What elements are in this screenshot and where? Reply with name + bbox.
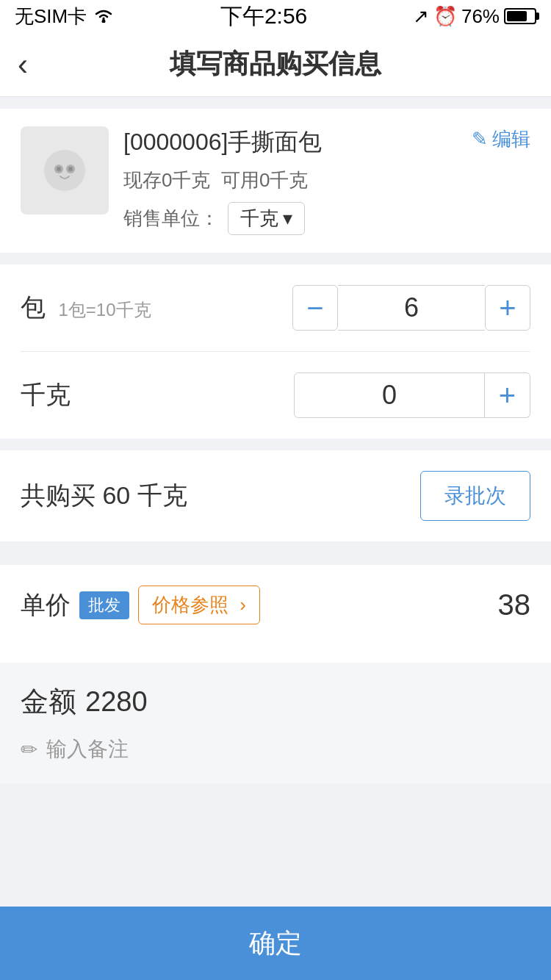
price-row: 单价 批发 价格参照 › 38 — [21, 586, 530, 624]
kg-plus-button[interactable]: + — [485, 372, 530, 418]
amount-row: 金额 2280 — [21, 683, 530, 721]
svg-point-5 — [68, 167, 73, 171]
product-stock: 现存0千克 可用0千克 — [123, 167, 530, 193]
carrier-label: 无SIM卡 — [15, 4, 87, 29]
price-value: 38 — [498, 588, 531, 621]
kg-quantity-input[interactable] — [294, 372, 485, 418]
confirm-button[interactable]: 确定 — [249, 926, 302, 962]
svg-point-0 — [102, 19, 106, 23]
product-card: [0000006]手撕面包 现存0千克 可用0千克 销售单位： 千克 ▾ ✎ 编… — [0, 109, 551, 253]
amount-section: 金额 2280 ✏ 输入备注 — [0, 663, 551, 784]
bao-label: 包 1包=10千克 — [21, 291, 278, 325]
kg-label: 千克 — [21, 378, 279, 412]
separator-1 — [0, 253, 551, 264]
status-time: 下午2:56 — [220, 1, 307, 32]
nav-bar: ‹ 填写商品购买信息 — [0, 32, 551, 97]
price-ref-button[interactable]: 价格参照 › — [138, 586, 260, 624]
bao-input-row: 包 1包=10千克 − + — [0, 264, 551, 351]
summary-section: 共购买 60 千克 录批次 — [0, 450, 551, 541]
batch-button[interactable]: 录批次 — [420, 471, 530, 521]
svg-point-4 — [57, 167, 61, 171]
arrow-right-icon: › — [240, 594, 246, 616]
status-left: 无SIM卡 — [15, 4, 115, 29]
pencil-icon: ✏ — [21, 738, 37, 762]
amount-value: 2280 — [85, 686, 148, 718]
bao-quantity-input[interactable] — [338, 285, 485, 331]
edit-icon: ✎ — [472, 128, 488, 151]
remark-row[interactable]: ✏ 输入备注 — [21, 735, 530, 763]
kg-quantity-control: + — [294, 372, 530, 418]
page-title: 填写商品购买信息 — [170, 46, 381, 82]
bao-minus-button[interactable]: − — [292, 285, 338, 331]
separator-2 — [0, 541, 551, 553]
summary-text: 共购买 60 千克 — [21, 479, 187, 513]
confirm-bar[interactable]: 确定 — [0, 907, 551, 980]
product-info: [0000006]手撕面包 现存0千克 可用0千克 销售单位： 千克 ▾ — [123, 126, 530, 235]
amount-label: 金额 — [21, 683, 76, 721]
summary-amount: 60 — [102, 481, 130, 509]
wifi-icon — [93, 5, 115, 28]
kg-input-row: 千克 + — [0, 352, 551, 439]
price-section: 单价 批发 价格参照 › 38 — [0, 565, 551, 663]
bao-section: 包 1包=10千克 − + 千克 + — [0, 264, 551, 439]
edit-button[interactable]: ✎ 编辑 — [472, 126, 530, 152]
status-bar: 无SIM卡 下午2:56 ↗ ⏰ 76% — [0, 0, 551, 32]
unit-select[interactable]: 千克 ▾ — [228, 202, 305, 235]
pifa-badge: 批发 — [79, 591, 129, 619]
location-icon: ↗ — [413, 5, 429, 28]
bao-hint: 1包=10千克 — [58, 300, 151, 320]
chevron-down-icon: ▾ — [283, 207, 292, 230]
bao-quantity-control: − + — [292, 285, 530, 331]
price-label: 单价 批发 价格参照 › — [21, 586, 260, 624]
back-button[interactable]: ‹ — [18, 47, 28, 82]
bao-plus-button[interactable]: + — [485, 285, 530, 331]
product-image — [21, 126, 109, 215]
product-unit-row: 销售单位： 千克 ▾ — [123, 202, 530, 235]
battery-icon — [504, 8, 536, 24]
remark-placeholder: 输入备注 — [46, 735, 129, 763]
svg-point-1 — [44, 150, 85, 191]
product-name: [0000006]手撕面包 — [123, 126, 530, 159]
status-right: ↗ ⏰ 76% — [413, 5, 536, 28]
alarm-icon: ⏰ — [433, 5, 457, 28]
battery-percent: 76% — [461, 5, 500, 28]
